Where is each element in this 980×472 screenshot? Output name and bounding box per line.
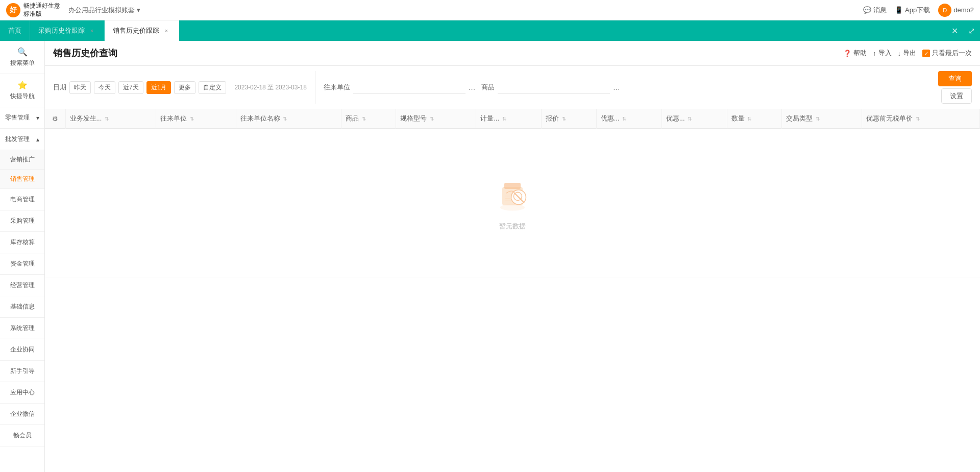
tab-purchase-label: 采购历史价跟踪 <box>38 26 85 35</box>
col-discount2[interactable]: 优惠... ⇅ <box>662 109 727 129</box>
sort-icon-quoted-price: ⇅ <box>562 116 566 122</box>
product-input[interactable] <box>498 81 610 93</box>
chevron-up-icon: ▴ <box>36 136 39 143</box>
sidebar-item-app-center[interactable]: 应用中心 <box>0 382 44 404</box>
product-filter-group: 商品 ... <box>481 81 620 93</box>
sort-icon-discount1: ⇅ <box>622 116 626 122</box>
export-icon: ↓ <box>898 50 901 57</box>
sidebar-item-inventory[interactable]: 库存核算 <box>0 232 44 253</box>
col-unit[interactable]: 计量... ⇅ <box>476 109 542 129</box>
help-icon: ❓ <box>843 50 851 57</box>
sidebar-item-finance[interactable]: 资金管理 <box>0 253 44 275</box>
logo-text: 畅捷通好生意 标准版 <box>23 2 60 18</box>
empty-state: 暂元数据 <box>49 134 976 272</box>
date-btn-7days[interactable]: 近7天 <box>118 81 143 94</box>
sidebar-inventory-label: 库存核算 <box>10 238 35 247</box>
date-btn-custom[interactable]: 自定义 <box>199 81 226 94</box>
date-btn-yesterday[interactable]: 昨天 <box>69 81 91 94</box>
sidebar-item-guide[interactable]: 新手引导 <box>0 361 44 382</box>
partner-label: 往来单位 <box>324 83 350 92</box>
date-btn-more[interactable]: 更多 <box>174 81 195 94</box>
import-btn[interactable]: ↑ 导入 <box>873 49 892 58</box>
tab-restore-btn[interactable]: ⤢ <box>963 24 980 38</box>
tab-sales-history[interactable]: 销售历史价跟踪 × <box>105 20 179 41</box>
query-button[interactable]: 查询 <box>938 71 972 86</box>
date-range-display: 2023-02-18 至 2023-03-18 <box>234 83 306 92</box>
sidebar-item-system[interactable]: 系统管理 <box>0 318 44 339</box>
partner-dots[interactable]: ... <box>469 83 475 92</box>
col-quoted-price[interactable]: 报价 ⇅ <box>542 109 596 129</box>
sidebar-item-search[interactable]: 🔍 搜索菜单 <box>0 41 44 74</box>
tab-close-btn[interactable]: ✕ <box>946 24 963 38</box>
logo-icon: 好 <box>6 3 20 17</box>
col-spec[interactable]: 规格型号 ⇅ <box>396 109 476 129</box>
sort-icon-discount2: ⇅ <box>688 116 692 122</box>
checkbox-icon: ✓ <box>922 50 930 57</box>
sidebar-purchase-label: 采购管理 <box>10 217 35 225</box>
col-quantity[interactable]: 数量 ⇅ <box>727 109 781 129</box>
sidebar-item-member[interactable]: 畅会员 <box>0 425 44 446</box>
tab-sales-close[interactable]: × <box>162 27 170 35</box>
product-dots[interactable]: ... <box>613 83 620 92</box>
sidebar-item-enterprise[interactable]: 企业协同 <box>0 339 44 361</box>
sidebar-item-ecommerce[interactable]: 电商管理 <box>0 189 44 210</box>
only-last-checkbox[interactable]: ✓ 只看最后一次 <box>922 49 972 58</box>
sidebar-item-purchase[interactable]: 采购管理 <box>0 210 44 232</box>
app-name: 办公用品行业模拟账套 <box>68 6 135 15</box>
download-icon: 📱 <box>895 6 903 14</box>
tab-purchase-close[interactable]: × <box>88 27 96 35</box>
col-unit-label: 计量... <box>480 114 499 122</box>
sidebar-operations-label: 经营管理 <box>10 281 35 290</box>
sidebar-item-basic-info[interactable]: 基础信息 <box>0 296 44 318</box>
col-biz-date[interactable]: 业务发生... ⇅ <box>65 109 156 129</box>
sidebar-app-center-label: 应用中心 <box>10 388 35 397</box>
message-btn[interactable]: 💬 消息 <box>863 6 887 15</box>
tab-home[interactable]: 首页 <box>0 20 30 41</box>
empty-illustration <box>492 175 533 216</box>
sidebar-item-retail[interactable]: 零售管理 ▾ <box>0 107 44 129</box>
sidebar-item-wechat[interactable]: 企业微信 <box>0 404 44 425</box>
data-table: ⚙ 业务发生... ⇅ 往来单位 ⇅ 往来单位名称 ⇅ <box>45 109 980 277</box>
col-settings[interactable]: ⚙ <box>45 109 65 129</box>
sidebar-item-sales-mgmt[interactable]: 销售管理 <box>0 170 44 189</box>
content-area: 销售历史价查询 ❓ 帮助 ↑ 导入 ↓ 导出 ✓ <box>45 41 980 472</box>
sidebar-item-wholesale[interactable]: 批发管理 ▴ <box>0 129 44 150</box>
tab-purchase-history[interactable]: 采购历史价跟踪 × <box>30 20 105 41</box>
topbar-left: 好 畅捷通好生意 标准版 办公用品行业模拟账套 ▾ <box>6 2 144 18</box>
date-btn-1month[interactable]: 近1月 <box>146 81 172 94</box>
col-pre-tax-price[interactable]: 优惠前无税单价 ⇅ <box>862 109 980 129</box>
sort-icon-unit: ⇅ <box>502 116 506 122</box>
app-download-btn[interactable]: 📱 App下载 <box>895 6 930 15</box>
col-discount2-label: 优惠... <box>666 114 685 122</box>
tabbar: 首页 采购历史价跟踪 × 销售历史价跟踪 × ✕ ⤢ <box>0 20 980 41</box>
sidebar-search-label: 搜索菜单 <box>10 59 35 67</box>
sidebar-item-operations[interactable]: 经营管理 <box>0 275 44 296</box>
tabbar-actions: ✕ ⤢ <box>946 24 980 38</box>
main-layout: 🔍 搜索菜单 ⭐ 快捷导航 零售管理 ▾ 批发管理 ▴ 营销推广 销售管理 电商… <box>0 41 980 472</box>
empty-text: 暂元数据 <box>499 222 526 231</box>
sidebar-wechat-label: 企业微信 <box>10 410 35 418</box>
sidebar-item-quick-nav[interactable]: ⭐ 快捷导航 <box>0 74 44 107</box>
settings-button[interactable]: 设置 <box>941 88 972 104</box>
logo-area: 好 畅捷通好生意 标准版 <box>6 2 60 18</box>
export-btn[interactable]: ↓ 导出 <box>898 49 917 58</box>
help-btn[interactable]: ❓ 帮助 <box>843 49 867 58</box>
page-header: 销售历史价查询 ❓ 帮助 ↑ 导入 ↓ 导出 ✓ <box>45 41 980 66</box>
sort-icon-pre-tax-price: ⇅ <box>916 116 920 122</box>
app-selector[interactable]: 办公用品行业模拟账套 ▾ <box>64 4 144 17</box>
sidebar-enterprise-label: 企业协同 <box>10 345 35 354</box>
page-title-row: 销售历史价查询 ❓ 帮助 ↑ 导入 ↓ 导出 ✓ <box>53 47 972 59</box>
col-partner-code[interactable]: 往来单位 ⇅ <box>156 109 236 129</box>
date-btn-today[interactable]: 今天 <box>94 81 115 94</box>
col-product[interactable]: 商品 ⇅ <box>341 109 396 129</box>
svg-rect-2 <box>504 183 521 189</box>
partner-input[interactable] <box>353 81 465 93</box>
sidebar-item-marketing[interactable]: 营销推广 <box>0 150 44 170</box>
sort-icon-trade-type: ⇅ <box>816 116 820 122</box>
col-partner-name[interactable]: 往来单位名称 ⇅ <box>236 109 341 129</box>
sidebar-quick-nav-label: 快捷导航 <box>10 92 35 101</box>
sort-icon-partner-name: ⇅ <box>283 116 287 122</box>
user-menu[interactable]: D demo2 <box>938 4 974 17</box>
col-discount1[interactable]: 优惠... ⇅ <box>596 109 662 129</box>
col-trade-type[interactable]: 交易类型 ⇅ <box>782 109 862 129</box>
